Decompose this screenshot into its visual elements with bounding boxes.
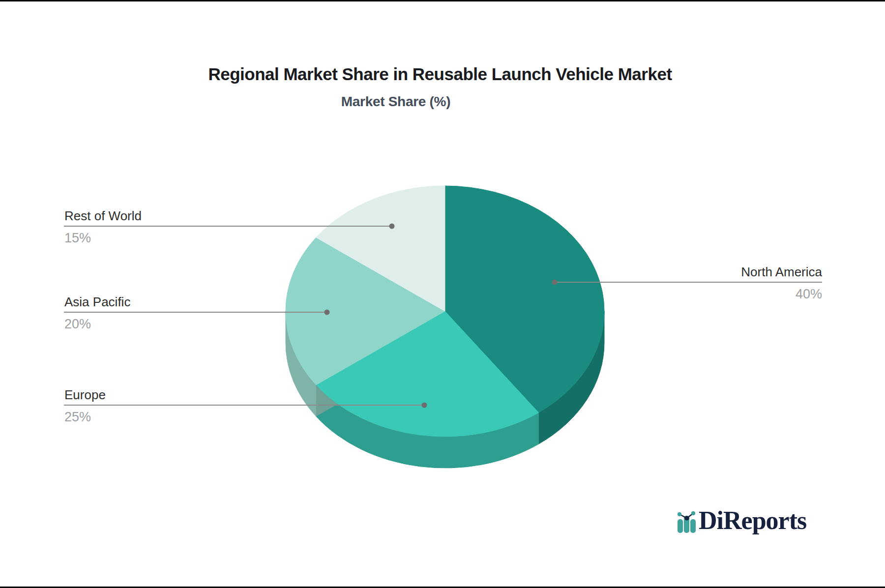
slice-value-rest-of-world: 15% [64, 230, 91, 246]
slice-label-rest-of-world: Rest of World [64, 208, 142, 224]
bar-line-chart-icon [674, 507, 698, 536]
pie-chart [0, 0, 885, 588]
slice-label-asia-pacific: Asia Pacific [64, 294, 130, 310]
leader-dot-asia-pacific [324, 310, 330, 315]
slice-value-asia-pacific: 20% [64, 316, 91, 332]
direports-logo: DiReports [674, 507, 816, 547]
leader-dot-north-america [552, 280, 558, 285]
slice-value-north-america: 40% [796, 286, 822, 302]
slice-label-europe: Europe [64, 387, 106, 403]
slice-value-europe: 25% [64, 409, 91, 425]
leader-dot-rest-of-world [389, 224, 395, 229]
leader-dot-europe [422, 403, 427, 408]
logo-wordmark: DiReports [699, 508, 806, 533]
chart-canvas: Regional Market Share in Reusable Launch… [0, 0, 885, 588]
slice-label-north-america: North America [741, 264, 822, 280]
